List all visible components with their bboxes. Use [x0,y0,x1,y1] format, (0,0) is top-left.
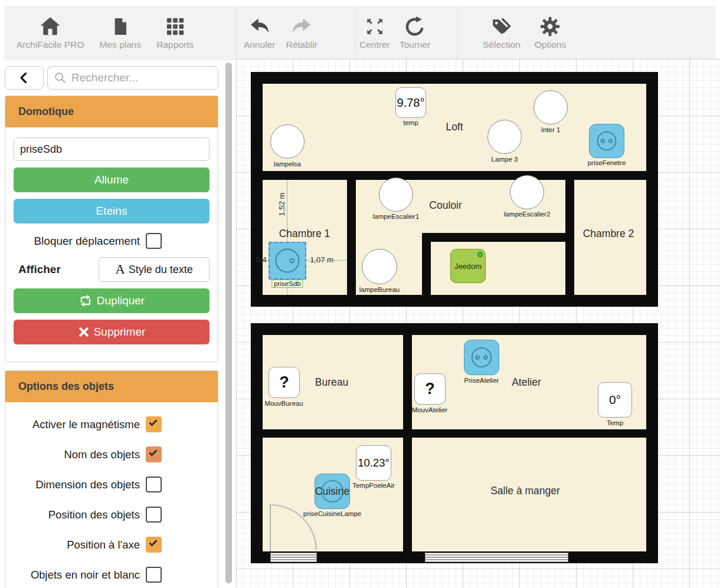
text-style-button[interactable]: A Style du texte [99,257,210,282]
selection-button[interactable]: Sélection [483,14,521,50]
object-options-panel: Options des objets Activer le magnétisme… [5,370,218,588]
collapse-sidebar-button[interactable] [5,66,44,90]
toolbar-group-history: Annuler Rétablir [236,6,355,60]
toolbar-label: Annuler [244,40,275,50]
option-label: Dimension des objets [35,478,140,491]
object-tempPoeleAir[interactable]: 10.23° [356,445,391,481]
object-priseAtelier[interactable] [464,340,499,375]
search-icon [54,71,67,84]
object-inter1[interactable] [534,90,568,124]
room-label-chambre1: Chambre 1 [279,228,330,240]
status-dot [477,252,483,257]
home-icon [40,14,61,39]
search-input[interactable] [71,71,207,84]
toolbar-label: ArchiFacile PRO [17,40,84,50]
toolbar-group-file: ArchiFacile PRO Mes plans Rapports [5,6,236,60]
expand-icon [365,14,385,39]
dupliquer-label: Dupliquer [97,294,145,307]
room-label-couloir: Couloir [429,199,462,212]
rapports-button[interactable]: Rapports [156,14,194,50]
toolbar-label: Tourner [400,40,431,50]
option-label: Position à l'axe [67,538,140,551]
option-row-position-axe: Position à l'axe [5,537,162,553]
position-objets-checkbox[interactable] [146,507,162,523]
floorplan-upper[interactable]: 1,52 m 1,52 m 0,4 m 1,07 m Loft Chambre … [251,72,658,307]
dimension-objets-checkbox[interactable] [146,477,162,492]
object-priseFenetre[interactable] [589,124,624,158]
nom-objets-checkbox[interactable] [146,446,162,462]
object-priseSdb-selected[interactable] [269,242,306,280]
supprimer-button[interactable]: Supprimer [14,320,210,344]
object-lampelsa[interactable] [270,124,305,159]
text-style-a-icon: A [115,262,125,277]
room-label-loft: Loft [446,121,463,133]
eteins-button[interactable]: Eteins [14,199,210,224]
retablir-button[interactable]: Rétablir [286,14,317,50]
block-movement-label: Bloquer déplacement [34,235,140,248]
floorplan-lower[interactable]: Bureau Atelier Cuisine Salle à manger ? … [251,323,658,563]
object-lampeEscalier2[interactable] [510,175,544,209]
document-icon [111,14,130,39]
object-lampeEscalier1[interactable] [379,178,413,212]
centrer-button[interactable]: Centrer [359,14,390,50]
delete-x-icon [78,326,90,338]
object-options-header: Options des objets [5,371,218,402]
inner-wall-horizontal [422,233,565,242]
object-label: MouvBureau [264,400,303,407]
object-mouvAtelier[interactable]: ? [414,373,446,405]
domotique-header: Domotique [5,96,218,127]
window[interactable] [425,553,568,562]
toolbar-label: Rétablir [286,40,317,50]
show-row: Afficher A Style du texte [18,257,210,282]
allume-button[interactable]: Allume [14,167,210,192]
object-jeedom[interactable]: Jeedom [450,249,486,283]
supprimer-label: Supprimer [94,326,146,339]
noir-et-blanc-checkbox[interactable] [146,567,162,583]
chevron-left-icon [18,71,30,85]
block-movement-checkbox[interactable] [146,233,162,249]
archifacile-pro-button[interactable]: ArchiFacile PRO [17,14,84,50]
socket-icon [272,245,303,276]
annuler-button[interactable]: Annuler [244,14,275,50]
position-axe-checkbox[interactable] [146,537,162,553]
option-label: Activer le magnétisme [32,418,140,431]
floorplan-canvas[interactable]: 1,52 m 1,52 m 0,4 m 1,07 m Loft Chambre … [236,59,720,588]
toolbar-label: Centrer [359,40,390,50]
temp-value: 0° [609,393,621,407]
temp-value: 9.78° [397,96,425,110]
undo-icon [248,14,271,39]
temp-value: 10.23° [358,456,390,469]
object-label: MouvAtelier [412,406,448,413]
sidebar-scrollbar[interactable] [225,63,232,583]
tag-icon [490,14,513,39]
object-lampe3[interactable] [487,120,522,154]
check-icon [149,418,157,426]
inner-wall-vertical [422,233,431,295]
motion-glyph: ? [425,380,435,398]
room-label-salle-a-manger: Salle à manger [490,485,560,497]
options-button[interactable]: Options [535,14,566,50]
redo-icon [290,14,313,39]
object-label: TempPoeleAir [352,482,395,489]
dimension-right: 1,07 m [307,255,336,264]
option-label: Position des objets [48,508,140,521]
room-label-cuisine: Cuisine [315,485,349,498]
rotate-icon [404,14,426,39]
object-temp-atelier[interactable]: 0° [598,382,632,418]
magnetisme-checkbox[interactable] [146,416,162,432]
object-mouvBureau[interactable]: ? [269,367,300,398]
duplicate-icon [78,294,93,308]
tourner-button[interactable]: Tourner [400,14,431,50]
object-label: priseCuisineLampe [303,510,361,517]
mes-plans-button[interactable]: Mes plans [100,14,142,50]
room-label-chambre2: Chambre 2 [583,228,634,240]
option-row-magnetisme: Activer le magnétisme [5,416,162,432]
door-opening[interactable] [270,553,317,562]
dimension-top: 1,52 m [277,187,286,222]
text-style-label: Style du texte [129,264,193,276]
dupliquer-button[interactable]: Dupliquer [14,288,210,313]
device-name-input[interactable] [14,137,210,161]
object-temp-sensor[interactable]: 9.78° [395,87,426,118]
afficher-label: Afficher [18,263,99,276]
object-lampeBureau[interactable] [362,249,397,284]
